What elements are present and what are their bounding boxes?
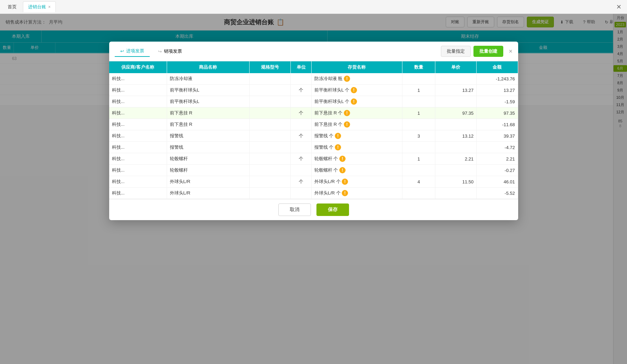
- cell-amount: 2.21: [477, 153, 518, 165]
- tab-inbound-invoice[interactable]: ↩ 进项发票: [115, 46, 150, 57]
- warning-icon: !: [335, 144, 341, 150]
- cell-amount: -1,243.76: [477, 73, 518, 85]
- save-button[interactable]: 保存: [316, 203, 349, 216]
- modal-table: 供应商/客户名称 商品名称 规格型号 单位 存货名称 数量 单价 金额 科技..…: [109, 61, 518, 199]
- cell-amount: 13.27: [477, 85, 518, 96]
- table-row[interactable]: 科技... 报警线 报警线 个 ! -4.72: [109, 142, 518, 153]
- window-close-btn[interactable]: ✕: [613, 3, 624, 11]
- cell-amount: -4.72: [477, 142, 518, 153]
- cell-inventory-name: 轮毂螺杆 个 !: [311, 153, 402, 165]
- cell-amount: -5.52: [477, 188, 518, 199]
- cell-inventory-name: 轮毂螺杆 个 !: [311, 165, 402, 176]
- cell-inventory-name: 防冻冷却液 瓶 !: [311, 73, 402, 85]
- table-row[interactable]: 科技... 外球头L/R 外球头L/R 个 ! -5.52: [109, 188, 518, 199]
- cell-amount: 46.01: [477, 176, 518, 188]
- cell-product-name: 轮毂螺杆: [167, 165, 249, 176]
- cell-product-name: 报警线: [167, 142, 249, 153]
- cell-unit: [291, 142, 312, 153]
- cell-unit: 个: [291, 153, 312, 165]
- cell-inventory-name: 前下悬挂 R 个 !: [311, 119, 402, 130]
- cell-quantity: [402, 96, 435, 107]
- cell-amount: 39.37: [477, 130, 518, 142]
- cell-quantity: 3: [402, 130, 435, 142]
- cell-product-name: 防冻冷却液: [167, 73, 249, 85]
- cell-quantity: 1: [402, 107, 435, 119]
- cell-supplier: 科技...: [109, 73, 167, 85]
- table-row[interactable]: 科技... 前平衡杆球头L 前平衡杆球头L 个 ! -1.59: [109, 96, 518, 107]
- col-product-name: 商品名称: [167, 61, 249, 73]
- cell-unit: [291, 73, 312, 85]
- cell-spec-model: [250, 142, 291, 153]
- cell-unit-price: [435, 73, 477, 85]
- cell-product-name: 前下悬挂 R: [167, 119, 249, 130]
- table-row[interactable]: 科技... 前平衡杆球头L 个 前平衡杆球头L 个 ! 1 13.27 13.2…: [109, 85, 518, 96]
- cell-inventory-name: 外球头L/R 个 !: [311, 176, 402, 188]
- cell-spec-model: [250, 176, 291, 188]
- cell-product-name: 前平衡杆球头L: [167, 96, 249, 107]
- modal-close-button[interactable]: ×: [509, 48, 513, 55]
- table-row[interactable]: 科技... 防冻冷却液 防冻冷却液 瓶 ! -1,243.76: [109, 73, 518, 85]
- cell-quantity: [402, 142, 435, 153]
- modal-overlay: ↩ 进项发票 ↪ 销项发票 批量指定 批量创建 × 供应: [0, 14, 627, 364]
- cell-spec-model: [250, 73, 291, 85]
- table-row[interactable]: 科技... 轮毂螺杆 个 轮毂螺杆 个 ! 1 2.21 2.21: [109, 153, 518, 165]
- table-header-row: 供应商/客户名称 商品名称 规格型号 单位 存货名称 数量 单价 金额: [109, 61, 518, 73]
- cell-quantity: [402, 188, 435, 199]
- cell-quantity: 1: [402, 153, 435, 165]
- cell-unit: 个: [291, 85, 312, 96]
- cell-quantity: 1: [402, 85, 435, 96]
- col-inventory-name: 存货名称: [311, 61, 402, 73]
- cell-supplier: 科技...: [109, 188, 167, 199]
- cell-unit-price: [435, 142, 477, 153]
- cell-supplier: 科技...: [109, 119, 167, 130]
- cell-unit: 个: [291, 107, 312, 119]
- cell-quantity: [402, 73, 435, 85]
- col-spec-model: 规格型号: [250, 61, 291, 73]
- warning-icon: !: [344, 76, 350, 82]
- cell-spec-model: [250, 130, 291, 142]
- cell-quantity: 4: [402, 176, 435, 188]
- batch-assign-button[interactable]: 批量指定: [441, 46, 471, 57]
- cell-inventory-name: 前平衡杆球头L 个 !: [311, 96, 402, 107]
- warning-icon: !: [339, 156, 346, 162]
- tab-active[interactable]: 进销台账 ×: [23, 1, 56, 12]
- cell-amount: 97.35: [477, 107, 518, 119]
- cell-supplier: 科技...: [109, 142, 167, 153]
- table-row[interactable]: 科技... 报警线 个 报警线 个 ! 3 13.12 39.37: [109, 130, 518, 142]
- table-row[interactable]: 科技... 前下悬挂 R 前下悬挂 R 个 ! -11.68: [109, 119, 518, 130]
- cell-amount: -11.68: [477, 119, 518, 130]
- col-unit: 单位: [291, 61, 312, 73]
- warning-icon: !: [342, 179, 348, 185]
- tab-home[interactable]: 首页: [3, 2, 21, 12]
- col-quantity: 数量: [402, 61, 435, 73]
- cell-supplier: 科技...: [109, 85, 167, 96]
- cell-inventory-name: 前平衡杆球头L 个 !: [311, 85, 402, 96]
- cell-product-name: 前平衡杆球头L: [167, 85, 249, 96]
- cell-unit: [291, 119, 312, 130]
- top-bar: 首页 进销台账 × ✕: [0, 0, 627, 14]
- cell-unit: [291, 165, 312, 176]
- cell-spec-model: [250, 188, 291, 199]
- cancel-button[interactable]: 取消: [278, 203, 311, 216]
- modal: ↩ 进项发票 ↪ 销项发票 批量指定 批量创建 × 供应: [109, 42, 518, 220]
- table-row[interactable]: 科技... 前下悬挂 R 个 前下悬挂 R 个 ! 1 97.35 97.35: [109, 107, 518, 119]
- col-amount: 金额: [477, 61, 518, 73]
- cell-quantity: [402, 165, 435, 176]
- tab-close-icon[interactable]: ×: [48, 5, 51, 9]
- warning-icon: !: [335, 133, 341, 139]
- batch-create-button[interactable]: 批量创建: [473, 46, 503, 57]
- invoice-table-body: 科技... 防冻冷却液 防冻冷却液 瓶 ! -1,243.76 科技... 前平…: [109, 73, 518, 199]
- modal-header: ↩ 进项发票 ↪ 销项发票 批量指定 批量创建 ×: [109, 42, 518, 61]
- warning-icon: !: [344, 110, 350, 116]
- main-area: 销售成本计算方法： 月平均 商贸企业进销台账 📋 对账 重新开账 存货别名 生成…: [0, 14, 627, 364]
- outbound-tab-icon: ↪: [158, 49, 162, 54]
- tab-outbound-invoice[interactable]: ↪ 销项发票: [153, 46, 188, 57]
- cell-supplier: 科技...: [109, 153, 167, 165]
- cell-supplier: 科技...: [109, 96, 167, 107]
- table-row[interactable]: 科技... 轮毂螺杆 轮毂螺杆 个 ! -0.27: [109, 165, 518, 176]
- modal-header-buttons: 批量指定 批量创建: [441, 46, 503, 57]
- cell-product-name: 外球头L/R: [167, 188, 249, 199]
- warning-icon: !: [342, 190, 348, 196]
- table-row[interactable]: 科技... 外球头L/R 个 外球头L/R 个 ! 4 11.50 46.01: [109, 176, 518, 188]
- inbound-tab-icon: ↩: [120, 49, 124, 54]
